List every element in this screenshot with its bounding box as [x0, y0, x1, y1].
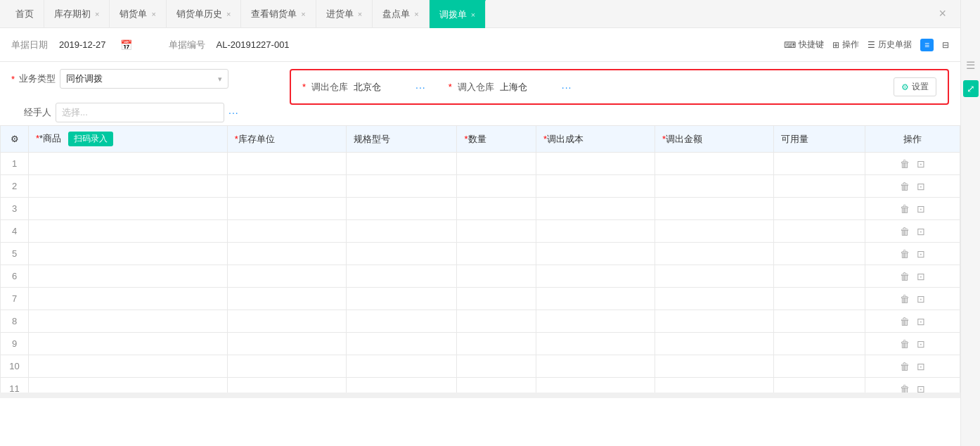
calendar-icon[interactable]: 📅 [120, 39, 132, 51]
delete-icon[interactable]: 🗑 [900, 203, 910, 215]
row-2-product[interactable] [29, 175, 228, 198]
layout1-button[interactable]: ≡ [920, 39, 934, 51]
row-1-available [773, 153, 865, 175]
table-row: 7 🗑 ⊡ [1, 288, 960, 310]
delete-icon[interactable]: 🗑 [900, 338, 910, 350]
copy-icon[interactable]: ⊡ [917, 248, 925, 260]
delete-icon[interactable]: 🗑 [900, 293, 910, 305]
copy-icon[interactable]: ⊡ [917, 338, 925, 350]
delete-icon[interactable]: 🗑 [900, 158, 910, 170]
row-2-unit[interactable] [227, 175, 346, 198]
close-tab-inventory-init[interactable]: × [95, 10, 99, 18]
person-input[interactable]: 选择... [56, 103, 224, 122]
col-available: 可用量 [773, 126, 865, 153]
tab-inventory-count[interactable]: 盘点单 × [373, 0, 429, 28]
row-1-spec[interactable] [346, 153, 457, 175]
horizontal-scrollbar[interactable] [0, 393, 960, 398]
business-type-field: * 业务类型 同价调拨 ▾ [11, 69, 228, 89]
row-2-qty[interactable] [457, 175, 536, 198]
copy-icon[interactable]: ⊡ [917, 361, 925, 372]
close-tab-view-sales[interactable]: × [301, 10, 305, 18]
toolbar: 单据日期 2019-12-27 📅 单据编号 AL-20191227-001 ⌨… [0, 28, 960, 62]
business-type-row: * 业务类型 同价调拨 ▾ [11, 69, 278, 89]
close-window-button[interactable]: × [930, 6, 955, 21]
settings-area: ⚙ 设置 [894, 77, 936, 96]
person-more-icon[interactable]: ··· [228, 107, 239, 118]
row-1-qty[interactable] [457, 153, 536, 175]
form-left: * 业务类型 同价调拨 ▾ 经手人 选择... ··· [11, 69, 278, 122]
row-1-ops: 🗑 ⊡ [865, 153, 960, 175]
table-row: 3 🗑 ⊡ [1, 198, 960, 220]
close-tab-purchase-order[interactable]: × [358, 10, 362, 18]
layout2-icon: ⊟ [942, 40, 949, 50]
date-label: 单据日期 [11, 39, 48, 51]
delete-icon[interactable]: 🗑 [900, 248, 910, 260]
tab-purchase-order[interactable]: 进货单 × [316, 0, 373, 28]
warehouse-in-more-icon[interactable]: ··· [562, 82, 572, 93]
row-1-unit[interactable] [227, 153, 346, 175]
number-label: 单据编号 [169, 39, 205, 51]
col-unit: *库存单位 [227, 126, 346, 153]
scan-button[interactable]: 扫码录入 [68, 132, 113, 146]
close-tab-inventory-count[interactable]: × [414, 10, 418, 18]
table-container: ⚙ **商品 扫码录入 *库存单位 规格型号 *数量 *调出成本 [0, 125, 960, 393]
tab-home[interactable]: 首页 [6, 0, 44, 28]
row-2-amount[interactable] [655, 175, 773, 198]
warehouse-out-more-icon[interactable]: ··· [415, 82, 426, 93]
gear-col-icon[interactable]: ⚙ [11, 134, 19, 144]
business-type-value: 同价调拨 [66, 72, 103, 85]
copy-icon[interactable]: ⊡ [917, 316, 925, 327]
operations-button[interactable]: ⊞ 操作 [832, 39, 859, 51]
row-num-3: 3 [1, 198, 29, 220]
copy-icon[interactable]: ⊡ [917, 293, 925, 305]
sidebar-expand-icon[interactable]: ⤢ [963, 80, 979, 97]
settings-button[interactable]: ⚙ 设置 [894, 77, 936, 96]
tab-inventory-init[interactable]: 库存期初 × [44, 0, 110, 28]
table-row: 9 🗑 ⊡ [1, 333, 960, 355]
row-2-cost[interactable] [536, 175, 655, 198]
row-1-cost[interactable] [536, 153, 655, 175]
row-1-product[interactable] [29, 153, 228, 175]
delete-icon[interactable]: 🗑 [900, 226, 910, 237]
table-row: 5 🗑 ⊡ [1, 243, 960, 265]
row-2-spec[interactable] [346, 175, 457, 198]
row-1-amount[interactable] [655, 153, 773, 175]
copy-icon[interactable]: ⊡ [917, 383, 925, 393]
warehouse-out-label: 调出仓库 [311, 81, 348, 94]
table-row: 10 🗑 ⊡ [1, 355, 960, 378]
person-label: 经手人 [24, 106, 51, 119]
close-tab-sales-history[interactable]: × [226, 10, 231, 18]
col-product: **商品 扫码录入 [29, 126, 228, 153]
close-tab-transfer-order[interactable]: × [471, 11, 475, 19]
close-tab-sales-order[interactable]: × [151, 10, 155, 18]
person-field: 经手人 选择... ··· [11, 103, 239, 122]
copy-icon[interactable]: ⊡ [917, 271, 925, 282]
person-row: 经手人 选择... ··· [11, 103, 278, 122]
required-star-in: * [449, 82, 452, 92]
col-gear[interactable]: ⚙ [1, 126, 29, 153]
number-value: AL-20191227-001 [217, 39, 290, 50]
copy-icon[interactable]: ⊡ [917, 226, 925, 237]
tab-transfer-order[interactable]: 调拨单 × [430, 0, 486, 28]
delete-icon[interactable]: 🗑 [900, 181, 910, 192]
delete-icon[interactable]: 🗑 [900, 361, 910, 372]
settings-label: 设置 [912, 81, 929, 93]
copy-icon[interactable]: ⊡ [917, 203, 925, 215]
business-type-input[interactable]: 同价调拨 ▾ [60, 69, 228, 89]
tab-sales-order[interactable]: 销货单 × [110, 0, 166, 28]
copy-icon[interactable]: ⊡ [917, 158, 925, 170]
copy-icon[interactable]: ⊡ [917, 181, 925, 192]
person-placeholder: 选择... [62, 106, 88, 119]
table-row: 11 🗑 ⊡ [1, 378, 960, 393]
history-button[interactable]: ☰ 历史单据 [868, 39, 912, 51]
layout2-button[interactable]: ⊟ [942, 40, 949, 50]
tab-bar: 首页 库存期初 × 销货单 × 销货单历史 × 查看销货单 × 进货单 × 盘点… [0, 0, 960, 28]
delete-icon[interactable]: 🗑 [900, 383, 910, 393]
tab-view-sales[interactable]: 查看销货单 × [241, 0, 316, 28]
delete-icon[interactable]: 🗑 [900, 316, 910, 327]
sidebar-list-icon[interactable]: ☰ [963, 56, 978, 75]
row-2-ops: 🗑 ⊡ [865, 175, 960, 198]
delete-icon[interactable]: 🗑 [900, 271, 910, 282]
tab-sales-history[interactable]: 销货单历史 × [167, 0, 241, 28]
shortcuts-button[interactable]: ⌨ 快捷键 [784, 39, 824, 51]
